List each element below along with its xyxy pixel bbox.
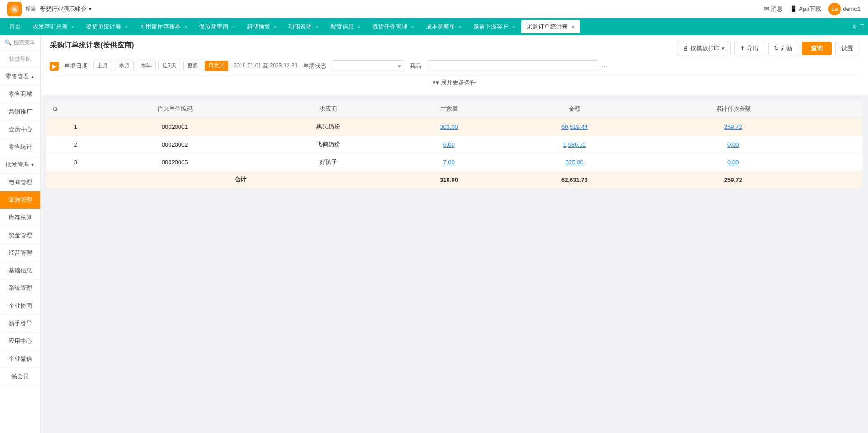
- table-row: 1 00020001 惠氏奶粉 303.00 60,519.44 259.72: [46, 118, 863, 136]
- row-paid-amount-link[interactable]: 0.00: [727, 141, 739, 148]
- sidebar-item-purchase[interactable]: 采购管理: [0, 191, 40, 209]
- row-main-qty-link[interactable]: 303.00: [440, 124, 458, 130]
- row-amount-link[interactable]: 525.80: [566, 159, 584, 166]
- sidebar-item-enterprise-wechat[interactable]: 企业微信: [0, 350, 40, 368]
- tab-invite-downstream[interactable]: 邀请下游客户 ×: [468, 20, 520, 33]
- settings-icon[interactable]: ⚙: [52, 106, 58, 113]
- tab-close-icon[interactable]: ×: [316, 24, 318, 29]
- expand-nav-btn[interactable]: □: [860, 23, 864, 31]
- row-main-qty-link[interactable]: 7.00: [443, 159, 454, 166]
- product-more-icon[interactable]: ···: [602, 62, 608, 70]
- sidebar-item-retail-mgmt[interactable]: 零售管理 ▲: [0, 68, 40, 86]
- app-download-btn[interactable]: 📱 App下载: [790, 5, 821, 13]
- tab-overstock-alert[interactable]: 超储预警 ×: [241, 20, 282, 33]
- status-filter-label: 单据状态: [303, 62, 326, 70]
- sidebar-item-wholesale[interactable]: 批发管理 ▼: [0, 156, 40, 174]
- product-input[interactable]: [427, 60, 598, 71]
- refresh-btn[interactable]: ↻ 刷新: [768, 42, 798, 55]
- footer-paid-amount-cell: 259.72: [645, 171, 821, 189]
- row-amount-link[interactable]: 1,586.52: [563, 141, 586, 148]
- date-this-month-btn[interactable]: 本月: [115, 61, 134, 71]
- template-print-btn[interactable]: 🖨 按模板打印 ▾: [677, 42, 731, 55]
- row-paid-amount-link[interactable]: 0.00: [727, 159, 739, 166]
- sidebar-item-search[interactable]: 🔍 搜索菜单: [0, 35, 40, 51]
- tab-home[interactable]: 首页: [4, 20, 26, 33]
- status-select[interactable]: [332, 60, 404, 71]
- row-main-qty-link[interactable]: 6.00: [443, 141, 454, 148]
- refresh-icon: ↻: [774, 45, 779, 52]
- sidebar-item-member[interactable]: 会员中心: [0, 121, 40, 138]
- row-paid-amount-cell: 0.00: [645, 153, 821, 171]
- chevron-down-icon: ▾: [722, 45, 725, 52]
- tab-purchase-summary-label: 采购订单统计表: [527, 23, 568, 31]
- tab-close-icon[interactable]: ×: [125, 24, 127, 29]
- date-last-month-btn[interactable]: 上月: [93, 61, 112, 71]
- printer-icon: 🖨: [683, 45, 689, 52]
- tab-usable-inventory-label: 可用量库存账本: [140, 23, 181, 31]
- row-amount-cell: 60,519.44: [504, 118, 645, 136]
- tab-pickup-task[interactable]: 拣货任务管理 ×: [367, 20, 419, 33]
- tab-warranty-query[interactable]: 保质期查询 ×: [193, 20, 240, 33]
- top-bar-right: ✉ 消息 📱 App下载 Ea demo2: [764, 3, 861, 15]
- sidebar-item-enterprise-collab[interactable]: 企业协同: [0, 297, 40, 315]
- sidebar-item-finance[interactable]: 资金管理: [0, 227, 40, 244]
- row-extra-cell: [821, 118, 863, 136]
- tab-usable-inventory[interactable]: 可用量库存账本 ×: [134, 20, 193, 33]
- tab-config-info[interactable]: 配置信息 ×: [325, 20, 366, 33]
- row-supplier-cell: 惠氏奶粉: [263, 118, 394, 136]
- sidebar-item-retail-shop[interactable]: 零售商城: [0, 86, 40, 103]
- date-this-year-btn[interactable]: 本年: [137, 61, 156, 71]
- row-paid-amount-link[interactable]: 259.72: [724, 124, 742, 130]
- expand-section: ▾▾ 展开更多条件: [50, 75, 859, 89]
- sidebar-item-basic[interactable]: 基础信息: [0, 262, 40, 280]
- message-btn[interactable]: ✉ 消息: [764, 5, 783, 13]
- sidebar-item-marketing[interactable]: 营销推广: [0, 103, 40, 121]
- close-all-btn[interactable]: ×: [852, 23, 856, 31]
- tab-close-active-icon[interactable]: ×: [571, 24, 574, 29]
- date-7days-btn[interactable]: 近7天: [158, 61, 180, 71]
- page-top-section: 采购订单统计表(按供应商) 🖨 按模板打印 ▾ ⬆ 导出: [41, 35, 868, 95]
- tab-purchase-summary[interactable]: 采购订单统计表 ×: [521, 20, 580, 33]
- user-avatar[interactable]: Ea demo2: [828, 3, 861, 15]
- sidebar-item-ops[interactable]: 经营管理: [0, 244, 40, 262]
- tab-close-icon[interactable]: ×: [411, 24, 414, 29]
- tab-close-icon[interactable]: ×: [512, 24, 515, 29]
- date-more-btn[interactable]: 更多: [183, 61, 202, 71]
- tab-func-desc[interactable]: 功能说明 ×: [283, 20, 324, 33]
- expand-more-btn[interactable]: ▾▾ 展开更多条件: [433, 78, 476, 86]
- query-btn[interactable]: 查询: [802, 42, 832, 55]
- filter-toggle-btn[interactable]: ▶: [50, 62, 59, 71]
- sidebar-item-inventory[interactable]: 库存核算: [0, 209, 40, 227]
- sidebar-item-sys[interactable]: 系统管理: [0, 280, 40, 297]
- tab-warranty-query-label: 保质期查询: [199, 23, 228, 31]
- sidebar-item-retail-stats[interactable]: 零售统计: [0, 138, 40, 156]
- tab-cost-adjust[interactable]: 成本调整单 ×: [420, 20, 467, 33]
- footer-main-qty-cell: 316.00: [394, 171, 504, 189]
- col-header-extra: [821, 100, 863, 118]
- workspace-selector[interactable]: 母婴行业演示账套 ▾: [40, 5, 92, 13]
- export-btn[interactable]: ⬆ 导出: [734, 42, 764, 55]
- sidebar-wholesale-label: 批发管理: [5, 161, 29, 168]
- tab-close-icon[interactable]: ×: [459, 24, 462, 29]
- sidebar-item-app-center[interactable]: 应用中心: [0, 333, 40, 350]
- sidebar-inventory-label: 库存核算: [9, 214, 32, 221]
- sidebar-item-quick-nav[interactable]: 快捷导航: [0, 51, 40, 68]
- sidebar-ecommerce-label: 电商管理: [9, 179, 32, 186]
- sidebar-item-ecommerce[interactable]: 电商管理: [0, 174, 40, 191]
- tab-close-icon[interactable]: ×: [358, 24, 360, 29]
- tab-func-desc-label: 功能说明: [288, 23, 312, 31]
- row-amount-link[interactable]: 60,519.44: [561, 124, 588, 130]
- expand-chevron-icon: ▾▾: [433, 79, 439, 86]
- tab-close-icon[interactable]: ×: [71, 24, 74, 29]
- tab-order-summary[interactable]: 要货单统计表 ×: [80, 20, 133, 33]
- expand-label: 展开更多条件: [441, 78, 476, 86]
- tab-close-icon[interactable]: ×: [274, 24, 277, 29]
- tab-close-icon[interactable]: ×: [184, 24, 187, 29]
- row-main-qty-cell: 6.00: [394, 136, 504, 153]
- tab-close-icon[interactable]: ×: [232, 24, 235, 29]
- sidebar-item-member-card[interactable]: 畅会员: [0, 368, 40, 385]
- sidebar-item-new-guide[interactable]: 新手引导: [0, 315, 40, 333]
- page-title: 采购订单统计表(按供应商): [50, 41, 134, 50]
- settings-btn[interactable]: 设置: [835, 42, 859, 55]
- tab-receive-summary[interactable]: 收发存汇总表 ×: [27, 20, 80, 33]
